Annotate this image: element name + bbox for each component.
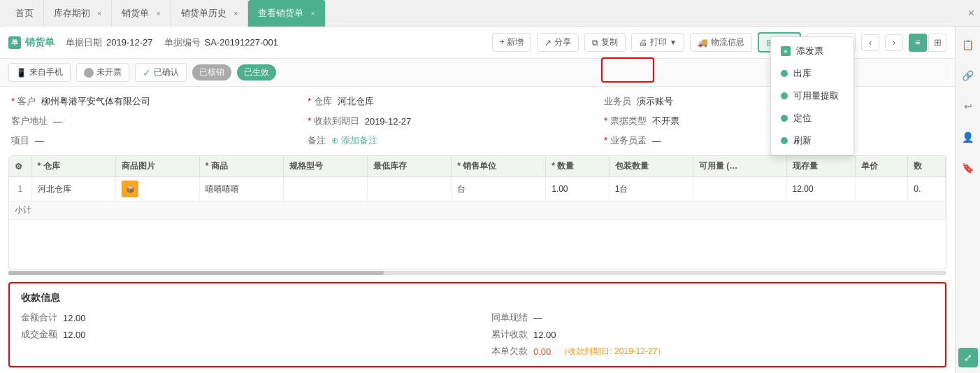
add-invoice-label: 添发票	[796, 45, 823, 57]
tab-inventory-close[interactable]: ×	[97, 9, 101, 17]
tab-history[interactable]: 销货单历史 ×	[171, 0, 248, 27]
confirm-button[interactable]: ✓ 已确认	[135, 63, 187, 82]
due-date-field: 收款到期日 2019-12-27	[308, 115, 587, 127]
scroll-track	[8, 271, 946, 275]
due-date-label: 收款到期日	[308, 115, 359, 127]
dropdown-locate[interactable]: 定位	[771, 107, 853, 129]
row-spec	[283, 177, 367, 202]
logistics-button[interactable]: 🚚 物流信息	[690, 33, 752, 52]
col-warehouse: * 仓库	[31, 156, 115, 177]
row-img: 📦	[115, 177, 199, 202]
total-value: 12.00	[63, 313, 86, 323]
next-button[interactable]: ›	[885, 34, 903, 51]
payment-cumulative: 累计收款 12.00	[491, 328, 934, 341]
refresh-icon	[781, 137, 788, 144]
sidebar-user-icon[interactable]: 👤	[958, 127, 978, 147]
new-button[interactable]: + 新增	[492, 33, 531, 52]
right-sidebar: 📋 🔗 ↩ 👤 🔖 ⤢	[955, 27, 980, 373]
dropdown-add-invoice[interactable]: ≡ 添发票	[771, 40, 853, 62]
tab-inventory[interactable]: 库存期初 ×	[44, 0, 112, 27]
cancelled-badge: 已核销	[192, 64, 231, 80]
dropdown-available-qty[interactable]: 可用量提取	[771, 85, 853, 107]
ticket-value: 不开票	[652, 115, 679, 127]
doc-title-text: 销货单	[25, 36, 55, 49]
order-settle-label: 同单现结	[491, 311, 528, 324]
not-open-button[interactable]: 未开票	[76, 63, 129, 82]
col-unit: * 销售单位	[452, 156, 546, 177]
doc-date-field: 单据日期 2019-12-27	[66, 36, 153, 49]
view-switcher: ≡ ⊞	[909, 34, 946, 52]
payment-total: 金额合计 12.00	[21, 311, 463, 324]
address-value: —	[53, 116, 62, 127]
product-image: 📦	[122, 181, 138, 197]
tab-view-sales[interactable]: 查看销货单 ×	[248, 0, 325, 27]
col-pkg: 包装数量	[609, 156, 693, 177]
warehouse-field: 仓库 河北仓库	[308, 95, 587, 108]
dropdown-refresh[interactable]: 刷新	[771, 129, 853, 152]
tab-history-label: 销货单历史	[181, 7, 226, 20]
copy-button[interactable]: ⧉ 复制	[584, 33, 626, 52]
col-qty: * 数量	[546, 156, 610, 177]
project-field: 项目 —	[11, 134, 291, 147]
staff-value: 演示账号	[637, 95, 673, 108]
owed-label: 本单欠款	[491, 345, 528, 358]
customer-field: 客户 柳州粤港平安气体有限公司	[11, 95, 291, 108]
col-gear[interactable]: ⚙	[9, 156, 31, 177]
ticket-label: 票据类型	[604, 115, 647, 127]
sidebar-link-icon[interactable]: 🔗	[958, 66, 978, 85]
product-table: ⚙ * 仓库 商品图片 * 商品 规格型号 最低库存 * 销售单位 * 数量 包…	[9, 156, 946, 220]
prev-button[interactable]: ‹	[861, 34, 879, 51]
dropdown-arrow-icon: ▼	[670, 38, 677, 46]
tab-home[interactable]: 首页	[6, 0, 44, 27]
available-qty-icon	[781, 92, 788, 99]
row-warehouse: 河北仓库	[31, 177, 115, 202]
share-button[interactable]: ↗ 分享	[537, 33, 579, 52]
payment-deal: 成交金额 12.00	[21, 328, 463, 341]
add-invoice-icon: ≡	[781, 46, 791, 56]
sidebar-expand-icon[interactable]: ⤢	[958, 348, 978, 367]
tab-sales[interactable]: 销货单 ×	[112, 0, 171, 27]
row-available	[693, 177, 786, 202]
col-spec: 规格型号	[283, 156, 367, 177]
no-value: SA-20191227-001	[205, 37, 279, 48]
row-seq: 1	[9, 177, 31, 202]
doc-title: 单 销货单	[8, 36, 55, 49]
payment-grid: 金额合计 12.00 同单现结 — 成交金额 12.00 累计收款 12.00	[21, 311, 934, 358]
row-unit: 台	[452, 177, 546, 202]
row-min-stock	[368, 177, 452, 202]
customer-value: 柳州粤港平安气体有限公司	[41, 95, 150, 108]
share-icon: ↗	[545, 38, 552, 48]
tab-sales-close[interactable]: ×	[156, 9, 160, 17]
tab-view-sales-close[interactable]: ×	[310, 9, 315, 17]
payment-owed: 本单欠款 0.00 （收款到期日: 2019-12-27）	[491, 345, 934, 358]
outbound-icon	[781, 70, 788, 77]
locate-icon	[781, 115, 788, 122]
payment-title: 收款信息	[21, 292, 934, 304]
tab-sales-label: 销货单	[122, 7, 149, 20]
grid-view-button[interactable]: ⊞	[928, 34, 946, 52]
warehouse-label: 仓库	[308, 95, 332, 108]
tab-bar: 首页 库存期初 × 销货单 × 销货单历史 × 查看销货单 × ×	[0, 0, 980, 27]
sidebar-bookmark-icon[interactable]: 🔖	[958, 158, 978, 178]
tab-history-close[interactable]: ×	[233, 9, 238, 17]
doc-icon: 单	[8, 36, 21, 49]
tab-inventory-label: 库存期初	[54, 7, 90, 20]
global-close-button[interactable]: ×	[968, 7, 974, 20]
due-date-value: 2019-12-27	[365, 116, 412, 127]
col-other: 数	[908, 156, 946, 177]
doc-meta: 单据日期 2019-12-27 单据编号 SA-20191227-001	[66, 36, 278, 49]
sidebar-return-icon[interactable]: ↩	[958, 97, 978, 116]
tab-view-sales-label: 查看销货单	[258, 7, 303, 20]
col-min-stock: 最低库存	[368, 156, 452, 177]
total-label: 金额合计	[21, 311, 57, 324]
list-view-button[interactable]: ≡	[909, 34, 927, 52]
row-qty: 1.00	[546, 177, 610, 202]
row-product: 嘻嘻嘻嘻	[199, 177, 283, 202]
logistics-icon: 🚚	[698, 38, 708, 48]
date-label: 单据日期	[66, 36, 102, 49]
add-note-button[interactable]: ⊕ 添加备注	[331, 134, 377, 147]
print-button[interactable]: 🖨 打印 ▼	[631, 33, 684, 52]
sidebar-doc-icon[interactable]: 📋	[958, 35, 978, 55]
from-phone-button[interactable]: 📱 来自手机	[8, 63, 71, 82]
dropdown-outbound[interactable]: 出库	[771, 62, 853, 85]
